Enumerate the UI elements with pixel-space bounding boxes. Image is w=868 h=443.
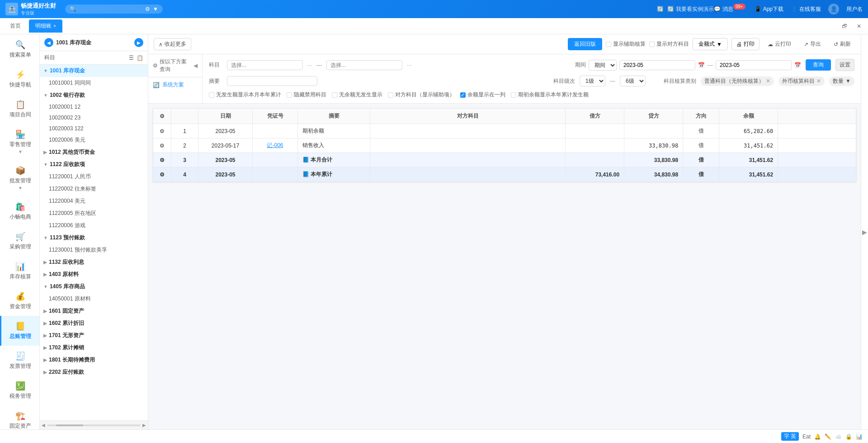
cloud-print-btn[interactable]: ☁ 云打印: [763, 38, 796, 50]
sidebar-item-purchase-mgmt[interactable]: 🛒 采购管理: [0, 226, 39, 256]
filter-ellipsis-icon[interactable]: ···: [307, 62, 312, 68]
sidebar-item-ledger-mgmt[interactable]: 📒 总账管理: [0, 316, 39, 346]
tree-item-1012[interactable]: ▶ 1012 其他货币资金: [40, 146, 148, 158]
query-btn[interactable]: 查询: [806, 59, 831, 71]
show-opposite-box[interactable]: [649, 42, 655, 47]
tree-item-1123[interactable]: ▼ 1123 预付账款: [40, 232, 148, 244]
level-to-select[interactable]: 6级: [620, 76, 646, 86]
calendar-to-icon[interactable]: 📅: [794, 62, 801, 68]
checkbox-initial-year[interactable]: 期初余额显示本年累计发生额: [511, 91, 589, 99]
tree-item-11220005[interactable]: 11220005 所在地区: [40, 207, 148, 219]
tab-close-icon[interactable]: ×: [53, 24, 56, 29]
sidebar-item-search-menu[interactable]: 🔍 搜索菜单: [0, 34, 39, 64]
query-settings-icon[interactable]: ⚙: [153, 62, 158, 69]
return-old-btn[interactable]: 返回旧版: [568, 38, 602, 50]
checkbox-no-balance-box[interactable]: [209, 92, 214, 98]
col-settings[interactable]: ⚙: [153, 109, 171, 124]
style-select-btn[interactable]: 金额式 ▼: [693, 38, 728, 50]
tree-item-11230001[interactable]: 11230001 预付账款美孚: [40, 244, 148, 256]
tree-item-2202[interactable]: ▶ 2202 应付账款: [40, 366, 148, 378]
status-cloud-btn[interactable]: ☁️: [835, 433, 842, 440]
status-chart-btn[interactable]: 📊: [856, 433, 863, 440]
print-btn[interactable]: 🖨 打印: [731, 38, 760, 50]
period-from-input[interactable]: [619, 60, 695, 70]
summary-input[interactable]: [227, 76, 317, 86]
level-from-select[interactable]: 1级: [580, 76, 605, 86]
demo-link[interactable]: 🔄 🔄 我要看实例演示: [657, 5, 713, 13]
checkbox-opposite-show-box[interactable]: [388, 92, 393, 98]
tree-item-11220001[interactable]: 11220001 人民币: [40, 171, 148, 183]
tree-item-1405[interactable]: ▼ 1405 库存商品: [40, 281, 148, 293]
tag-quantity-chevron[interactable]: ▼: [845, 78, 851, 84]
cell-settings-4[interactable]: ⚙: [153, 167, 171, 182]
sidebar-item-project-contract[interactable]: 📋 项目合同: [0, 94, 39, 124]
settings-icon[interactable]: ⚙: [145, 6, 150, 12]
tab-home[interactable]: 首页: [4, 19, 27, 33]
grid-view-icon[interactable]: ☰: [129, 55, 134, 61]
sidebar-item-ecommerce[interactable]: 🛍️ 小畅电商: [0, 196, 39, 226]
refresh-btn[interactable]: ↺ 刷新: [829, 38, 855, 50]
tab-action-restore[interactable]: 🗗: [839, 21, 850, 32]
status-at-label[interactable]: Eat: [802, 433, 811, 440]
collapse-icon[interactable]: ◀: [193, 62, 198, 69]
checkbox-no-balance-show[interactable]: 无余额无发生显示: [332, 91, 382, 99]
status-edit-btn[interactable]: ✏️: [825, 433, 831, 440]
cell-settings-1[interactable]: ⚙: [153, 124, 171, 138]
setting-btn[interactable]: 设置: [835, 59, 854, 71]
show-assist-box[interactable]: [606, 42, 611, 47]
scroll-left-btn[interactable]: ◀: [42, 423, 45, 428]
search-input[interactable]: [79, 6, 142, 12]
tree-item-1801[interactable]: ▶ 1801 长期待摊费用: [40, 354, 148, 366]
sidebar-item-invoice-mgmt[interactable]: 🧾 发票管理: [0, 346, 39, 376]
voucher-link-2[interactable]: 记-006: [267, 142, 283, 148]
account-nav-next[interactable]: ▶: [134, 38, 143, 47]
chevron-down-icon[interactable]: ▼: [153, 6, 158, 12]
header-search-box[interactable]: 🔍 ⚙ ▼: [65, 5, 163, 14]
tree-item-10020002[interactable]: 10020002 23: [40, 112, 148, 123]
cell-settings-3[interactable]: ⚙: [153, 153, 171, 167]
sidebar-item-retail-mgmt[interactable]: 🏪 零售管理 ▼: [0, 124, 39, 160]
sidebar-item-fund-mgmt[interactable]: 💰 资金管理: [0, 286, 39, 316]
tag-foreign-close[interactable]: ✕: [816, 78, 821, 84]
calendar-from-icon[interactable]: 📅: [698, 62, 705, 68]
tree-expand-icon[interactable]: 📋: [137, 55, 143, 61]
subject-to-input[interactable]: [326, 60, 402, 70]
tree-item-1122[interactable]: ▼ 1122 应收款项: [40, 158, 148, 171]
tree-item-1132[interactable]: ▶ 1132 应收利息: [40, 256, 148, 268]
checkbox-no-balance-show-box[interactable]: [332, 92, 337, 98]
tab-detail[interactable]: 明细账 ×: [29, 19, 62, 33]
tab-action-close[interactable]: ✕: [854, 21, 864, 32]
tree-item-10020003[interactable]: 10020003 122: [40, 123, 148, 134]
tree-item-1601[interactable]: ▶ 1601 固定资产: [40, 305, 148, 317]
tree-item-1002[interactable]: ▼ 1002 银行存款: [40, 89, 148, 101]
checkbox-hide-disabled[interactable]: 隐藏禁用科目: [287, 91, 326, 99]
checkbox-hide-disabled-box[interactable]: [287, 92, 292, 98]
tree-item-11220006[interactable]: 11220006 游戏: [40, 219, 148, 232]
tree-item-11220002[interactable]: 11220002 往来标签: [40, 183, 148, 195]
export-btn[interactable]: ↗ 导出: [799, 38, 826, 50]
sidebar-item-tax-mgmt[interactable]: 💹 税务管理: [0, 376, 39, 405]
tree-item-10020006[interactable]: 10020006 美元: [40, 134, 148, 146]
tree-item-1602[interactable]: ▶ 1602 累计折旧: [40, 317, 148, 329]
period-type-select[interactable]: 期间: [589, 60, 617, 71]
scroll-track[interactable]: [47, 424, 141, 426]
cell-settings-2[interactable]: ⚙: [153, 138, 171, 153]
checkbox-no-balance[interactable]: 无发生额显示本月本年累计: [209, 91, 281, 99]
tree-item-1001[interactable]: ▼ 1001 库存现金: [40, 65, 148, 77]
sidebar-item-wholesale-mgmt[interactable]: 📦 批发管理 ▼: [0, 160, 39, 196]
user-avatar[interactable]: 👤: [828, 4, 839, 14]
scroll-right-btn[interactable]: ▶: [142, 423, 146, 428]
account-nav-prev[interactable]: ◀: [44, 38, 53, 47]
filter-ellipsis2-icon[interactable]: ···: [407, 62, 411, 68]
tree-item-10020001[interactable]: 10020001 12: [40, 101, 148, 112]
app-download-btn[interactable]: 📱 App下载: [755, 5, 783, 13]
user-name[interactable]: 用户名: [846, 5, 863, 13]
tree-item-11220004[interactable]: 11220004 美元: [40, 195, 148, 207]
show-opposite-checkbox[interactable]: 显示对方科目: [649, 40, 689, 48]
tree-item-1701[interactable]: ▶ 1701 无形资产: [40, 329, 148, 342]
scheme-item-system[interactable]: 🔄 系统方案: [148, 77, 202, 92]
more-options-btn[interactable]: ∧ 收起更多: [154, 38, 191, 50]
checkbox-balance-one-col-box[interactable]: ✓: [460, 92, 466, 98]
checkbox-initial-year-box[interactable]: [511, 92, 516, 98]
sidebar-item-inventory-calc[interactable]: 📊 库存核算: [0, 256, 39, 286]
